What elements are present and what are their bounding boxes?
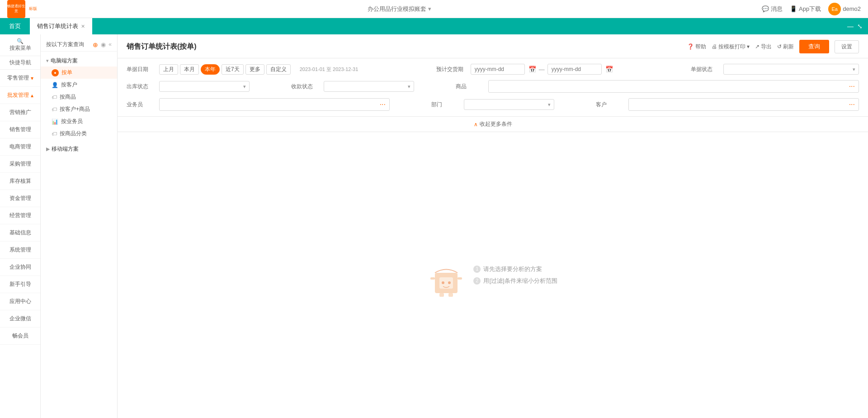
date-btn-this-year[interactable]: 本年	[201, 64, 220, 75]
sidebar-item-purchase[interactable]: 采购管理	[0, 156, 40, 173]
date-btn-custom[interactable]: 自定义	[266, 64, 291, 75]
panel-section-mobile-title: ▶ 移动端方案	[41, 143, 117, 155]
date-btn-more[interactable]: 更多	[245, 64, 264, 75]
topbar: 畅捷通好生意 标版 办公用品行业模拟账套 ▾ 💬 消息 📱 App下载 Ea d…	[0, 0, 868, 18]
app-download-btn[interactable]: 📱 App下载	[790, 5, 821, 13]
date-btn-this-month[interactable]: 本月	[180, 64, 199, 75]
empty-tips: 1 请先选择要分析的方案 2 用[过滤]条件来缩小分析范围	[473, 263, 557, 287]
sidebar-item-appcenter[interactable]: 应用中心	[0, 293, 40, 310]
tree-item-by-staff[interactable]: 📊 按业务员	[41, 115, 117, 128]
sidebar-item-wechat[interactable]: 企业微信	[0, 310, 40, 328]
tab-minimize-btn[interactable]: —	[847, 23, 854, 30]
dept-select-wrapper	[464, 99, 554, 110]
panel-add-icon[interactable]: ⊕	[93, 41, 98, 48]
panel-header: 按以下方案查询 ⊕ ◉ «	[41, 38, 117, 52]
sidebar-purchase-label: 采购管理	[9, 160, 31, 168]
setting-button[interactable]: 设置	[835, 40, 859, 53]
filter-dept-label: 部门	[431, 101, 457, 109]
sidebar-inventory-label: 库存核算	[9, 177, 31, 185]
filter-expected-label: 预计交货期	[436, 66, 463, 73]
status-select[interactable]	[723, 64, 859, 75]
tree-item-combo-icon: 🏷	[52, 106, 57, 113]
cal-icon-end[interactable]: 📅	[605, 66, 613, 73]
refresh-icon: ↺	[777, 43, 782, 50]
tab-close-icon[interactable]: ✕	[81, 24, 85, 29]
sidebar-quicknav[interactable]: 快捷导航	[0, 56, 40, 70]
panel-edit-icon[interactable]: ◉	[101, 41, 106, 48]
tree-item-by-order[interactable]: ● 按单	[41, 66, 117, 79]
sidebar-item-member[interactable]: 畅会员	[0, 328, 40, 345]
sidebar-item-marketing[interactable]: 营销推广	[0, 104, 40, 121]
export-icon: ↗	[755, 43, 760, 50]
sidebar-item-system[interactable]: 系统管理	[0, 242, 40, 259]
help-btn[interactable]: ❓ 帮助	[687, 43, 706, 51]
svg-point-3	[448, 281, 451, 284]
sidebar-item-sales[interactable]: 销售管理	[0, 121, 40, 138]
panel-section-pc: ▾ 电脑端方案 ● 按单 👤 按客户 🏷 按商品	[41, 53, 117, 142]
sidebar-search[interactable]: 🔍 搜索菜单	[0, 34, 40, 56]
sidebar-appcenter-label: 应用中心	[9, 298, 31, 305]
sidebar-item-operation[interactable]: 经营管理	[0, 207, 40, 224]
message-btn[interactable]: 💬 消息	[762, 5, 783, 13]
goods-input: ···	[488, 80, 859, 93]
tree-item-by-customer-goods[interactable]: 🏷 按客户+商品	[41, 103, 117, 115]
sidebar-wechat-label: 企业微信	[9, 315, 31, 323]
tree-item-by-customer[interactable]: 👤 按客户	[41, 79, 117, 91]
filter-area: 单据日期 上月 本月 本年 近7天 更多 自定义 2023-01-01 至 20…	[118, 58, 868, 117]
tree-item-by-goods[interactable]: 🏷 按商品	[41, 91, 117, 103]
template-print-btn[interactable]: 🖨 按模板打印 ▾	[712, 43, 750, 51]
panel-collapse-icon[interactable]: «	[108, 41, 112, 48]
tab-home[interactable]: 首页	[0, 18, 30, 34]
expected-date-end[interactable]	[547, 64, 602, 75]
delivery-select[interactable]	[159, 81, 250, 92]
sidebar-newbie-label: 新手引导	[9, 280, 31, 288]
tab-restore-btn[interactable]: ⤡	[857, 23, 863, 30]
dept-select[interactable]	[464, 99, 554, 110]
workspace-dropdown-icon[interactable]: ▾	[428, 5, 431, 12]
customer-ellipsis-btn[interactable]: ···	[849, 100, 855, 109]
expected-date-start[interactable]	[471, 64, 525, 75]
sidebar-item-finance[interactable]: 资金管理	[0, 190, 40, 207]
goods-ellipsis-btn[interactable]: ···	[849, 82, 855, 90]
export-btn[interactable]: ↗ 导出	[755, 43, 772, 51]
sidebar-operation-label: 经营管理	[9, 212, 31, 219]
help-icon: ❓	[687, 43, 694, 50]
app-icon: 📱	[790, 5, 797, 12]
sidebar-item-enterprise[interactable]: 企业协同	[0, 259, 40, 276]
page-actions: ❓ 帮助 🖨 按模板打印 ▾ ↗ 导出 ↺ 刷新	[687, 40, 859, 53]
svg-point-2	[442, 281, 444, 284]
sidebar-wholesale-arrow: ▴	[31, 92, 33, 99]
refresh-btn[interactable]: ↺ 刷新	[777, 43, 794, 51]
sidebar-item-ecommerce[interactable]: 电商管理	[0, 138, 40, 156]
sidebar-item-basic[interactable]: 基础信息	[0, 224, 40, 242]
payment-select[interactable]	[324, 81, 414, 92]
sidebar-marketing-label: 营销推广	[9, 109, 31, 116]
collapse-bar[interactable]: ∧ 收起更多条件	[118, 117, 868, 132]
filter-staff-label: 业务员	[127, 101, 152, 109]
workspace-selector[interactable]: 办公用品行业模拟账套 ▾	[368, 5, 431, 13]
sidebar-item-wholesale[interactable]: 批发管理 ▴	[0, 87, 40, 104]
sidebar-item-inventory[interactable]: 库存核算	[0, 173, 40, 190]
sidebar-item-newbie[interactable]: 新手引导	[0, 276, 40, 293]
user-avatar[interactable]: Ea demo2	[828, 3, 861, 15]
cal-icon-start[interactable]: 📅	[528, 66, 536, 73]
right-content: 销售订单统计表(按单) ❓ 帮助 🖨 按模板打印 ▾ ↗ 导出	[118, 34, 868, 418]
filter-status-label: 单据状态	[691, 66, 716, 73]
print-icon: 🖨	[712, 43, 717, 50]
tree-item-category-icon: 🏷	[52, 131, 57, 137]
staff-input: ···	[159, 98, 390, 111]
filter-payment-label: 收款状态	[291, 83, 316, 90]
tree-item-by-category[interactable]: 🏷 按商品分类	[41, 128, 117, 140]
tree-item-by-order-icon: ●	[52, 69, 59, 76]
staff-ellipsis-btn[interactable]: ···	[380, 100, 386, 109]
sidebar-item-retail[interactable]: 零售管理 ▾	[0, 70, 40, 87]
customer-input: ···	[628, 98, 859, 111]
tab-sales-stat[interactable]: 销售订单统计表 ✕	[30, 18, 92, 34]
date-btn-7days[interactable]: 近7天	[222, 64, 244, 75]
sidebar-sales-label: 销售管理	[9, 126, 31, 133]
topbar-left: 畅捷通好生意 标版	[7, 0, 37, 18]
date-btn-last-month[interactable]: 上月	[159, 64, 178, 75]
query-button[interactable]: 查询	[799, 40, 829, 53]
avatar: Ea	[828, 3, 841, 15]
tip-text-2: 用[过滤]条件来缩小分析范围	[483, 275, 557, 287]
